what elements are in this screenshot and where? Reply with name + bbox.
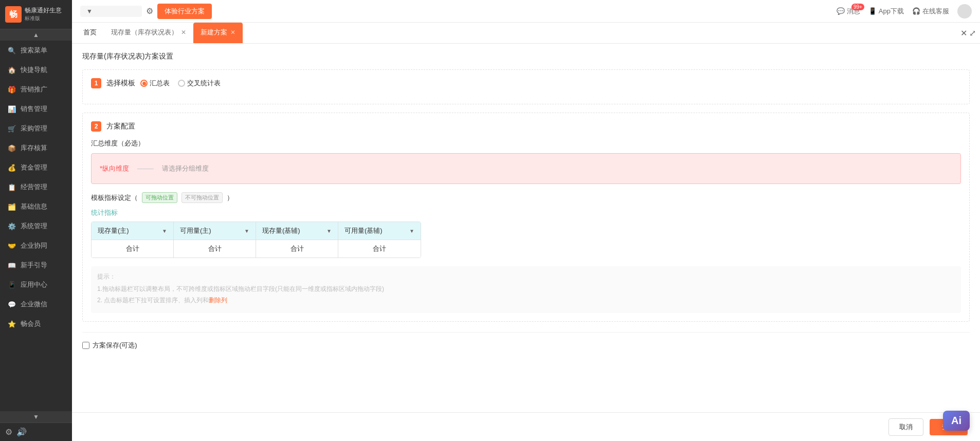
radio-cross-circle <box>178 80 185 87</box>
star-icon: ⭐ <box>7 319 16 328</box>
dimension-label: 汇总维度（必选） <box>91 139 961 148</box>
window-controls: ✕ ⤢ <box>956 25 980 41</box>
stats-body-col-1: 合计 <box>174 240 256 258</box>
stats-header-cell-1[interactable]: 可用量(主) ▼ <box>174 222 256 240</box>
sidebar-scroll-down[interactable]: ▼ <box>0 411 72 422</box>
save-checkbox[interactable] <box>82 342 89 349</box>
sidebar-item-new-guide[interactable]: 📖 新手引导 <box>0 255 72 275</box>
dimension-required: *纵向维度 <box>100 164 129 173</box>
dimension-box[interactable]: *纵向维度 —— 请选择分组维度 <box>91 153 961 184</box>
stats-table-body: 合计 合计 合计 合计 <box>92 240 421 258</box>
stats-body-cell-0: 合计 <box>92 240 173 258</box>
non-draggable-badge: 不可拖动位置 <box>182 192 223 203</box>
sidebar-scroll-up[interactable]: ▲ <box>0 29 72 41</box>
radio-cross[interactable]: 交叉统计表 <box>178 79 221 88</box>
headset-icon: 🎧 <box>912 7 920 15</box>
chevron-down-icon-1: ▼ <box>244 228 249 234</box>
stats-body-col-2: 合计 <box>256 240 338 258</box>
indicator-settings: 模板指标设定（ 可拖动位置 不可拖动位置 ） 统计指标 现存量(主) ▼ <box>91 192 961 258</box>
audio-icon[interactable]: 🔊 <box>16 427 27 437</box>
page-title: 现存量(库存状况表)方案设置 <box>82 52 970 61</box>
clipboard-icon: 📋 <box>7 182 16 192</box>
mobile-icon: 📱 <box>7 280 16 289</box>
handshake-icon: 🤝 <box>7 241 16 250</box>
radio-summary[interactable]: 汇总表 <box>140 79 170 88</box>
message-badge: 99+ <box>851 4 864 10</box>
section1-num: 1 <box>91 78 101 88</box>
content-area: 现存量(库存状况表)方案设置 1 选择模板 汇总表 交叉统计表 <box>72 44 980 412</box>
avatar[interactable] <box>957 4 972 19</box>
tab-new-scheme-close[interactable]: ✕ <box>230 29 235 36</box>
section-scheme-config: 2 方案配置 汇总维度（必选） *纵向维度 —— 请选择分组维度 模板指标设定（… <box>82 113 970 322</box>
sidebar-item-sales[interactable]: 📊 销售管理 <box>0 99 72 119</box>
sidebar-nav: 🔍 搜索菜单 🏠 快捷导航 🎁 营销推广 📊 销售管理 🛒 采购管理 📦 库存核… <box>0 41 72 411</box>
tab-inventory-close[interactable]: ✕ <box>181 29 186 36</box>
sidebar-bottom: ⚙ 🔊 <box>0 422 72 441</box>
stats-col-1: 可用量(主) ▼ <box>174 222 256 240</box>
save-label: 方案保存(可选) <box>93 341 137 350</box>
dimension-placeholder: 请选择分组维度 <box>162 164 209 173</box>
tab-new-scheme[interactable]: 新建方案 ✕ <box>193 23 243 43</box>
sidebar-item-inventory[interactable]: 📦 库存核算 <box>0 138 72 158</box>
sidebar-search[interactable]: 🔍 搜索菜单 <box>0 41 72 60</box>
stats-header-cell-2[interactable]: 现存量(基辅) ▼ <box>256 222 338 240</box>
sidebar-item-basic-info[interactable]: 🗂️ 基础信息 <box>0 197 72 216</box>
sidebar-logo: 畅 畅康通好生意 标准版 <box>0 0 72 29</box>
header-dropdown-button[interactable]: ▼ <box>86 8 93 15</box>
section2-title: 方案配置 <box>106 122 135 131</box>
ai-badge[interactable]: Ai <box>943 411 970 431</box>
sidebar-item-app-center[interactable]: 📱 应用中心 <box>0 275 72 295</box>
section-choose-template: 1 选择模板 汇总表 交叉统计表 <box>82 69 970 104</box>
cancel-button[interactable]: 取消 <box>888 418 923 436</box>
indicator-settings-label: 模板指标设定（ 可拖动位置 不可拖动位置 ） <box>91 192 961 203</box>
gear-icon: ⚙️ <box>7 222 16 231</box>
sidebar-item-cooperation[interactable]: 🤝 企业协同 <box>0 236 72 255</box>
stats-col-2: 现存量(基辅) ▼ <box>256 222 338 240</box>
close-button[interactable]: ✕ <box>960 28 967 38</box>
header-gear-button[interactable]: ⚙ <box>146 6 153 16</box>
dimension-divider: —— <box>137 164 154 173</box>
sidebar-item-purchase[interactable]: 🛒 采购管理 <box>0 119 72 138</box>
tab-inventory-status[interactable]: 现存量（库存状况表） ✕ <box>104 23 193 43</box>
expand-button[interactable]: ⤢ <box>969 28 976 38</box>
sidebar-item-quick-nav[interactable]: 🏠 快捷导航 <box>0 60 72 80</box>
header-input-area[interactable]: ▼ <box>80 6 142 17</box>
logo-icon: 畅 <box>5 6 22 23</box>
stats-body-cell-1: 合计 <box>174 240 256 258</box>
template-radio-group: 汇总表 交叉统计表 <box>140 79 221 88</box>
wechat-icon: 💬 <box>7 300 16 309</box>
header-right: 💬 消息 99+ 📱 App下载 🎧 在线客服 <box>837 4 972 19</box>
sidebar-item-marketing[interactable]: 🎁 营销推广 <box>0 80 72 99</box>
tip-item-1: 2. 点击标题栏下拉可设置排序、插入列和删除列 <box>97 296 955 305</box>
sidebar-item-operations[interactable]: 📋 经营管理 <box>0 177 72 197</box>
header-left: ▼ ⚙ 体验行业方案 <box>80 4 830 19</box>
message-action[interactable]: 💬 消息 99+ <box>837 7 860 16</box>
sidebar-item-enterprise-wechat[interactable]: 💬 企业微信 <box>0 295 72 314</box>
settings-icon[interactable]: ⚙ <box>5 427 12 437</box>
online-service-action[interactable]: 🎧 在线客服 <box>912 7 949 16</box>
radio-summary-circle <box>140 80 148 87</box>
stats-header-cell-3[interactable]: 可用量(基辅) ▼ <box>338 222 421 240</box>
chevron-down-icon-3: ▼ <box>409 228 414 234</box>
home-icon: 🏠 <box>7 65 16 75</box>
stats-body-cell-2: 合计 <box>256 240 338 258</box>
sidebar-item-finance[interactable]: 💰 资金管理 <box>0 158 72 177</box>
stats-col-3: 可用量(基辅) ▼ <box>338 222 421 240</box>
stats-table: 现存量(主) ▼ 可用量(主) ▼ 现存量(基辅 <box>91 222 421 258</box>
industry-button[interactable]: 体验行业方案 <box>157 4 212 19</box>
stats-header-cell-0[interactable]: 现存量(主) ▼ <box>92 222 173 240</box>
top-header: ▼ ⚙ 体验行业方案 💬 消息 99+ 📱 App下载 🎧 在线客服 <box>72 0 980 23</box>
book-icon: 📖 <box>7 261 16 270</box>
sidebar-item-system[interactable]: ⚙️ 系统管理 <box>0 216 72 236</box>
tips-title: 提示： <box>97 272 955 281</box>
section1-title: 选择模板 <box>106 79 135 88</box>
section2-num: 2 <box>91 121 101 132</box>
sidebar-item-membership[interactable]: ⭐ 畅会员 <box>0 314 72 334</box>
tips-section: 提示： 1.拖动标题栏可以调整布局，不可跨维度或指标区域拖动栏目字段(只能在同一… <box>91 266 961 313</box>
chevron-down-icon-0: ▼ <box>162 228 167 234</box>
folder-icon: 🗂️ <box>7 202 16 211</box>
app-download-action[interactable]: 📱 App下载 <box>868 7 904 16</box>
tab-home[interactable]: 首页 <box>76 23 104 43</box>
stats-body-col-0: 合计 <box>92 240 174 258</box>
app-download-icon: 📱 <box>868 7 877 15</box>
